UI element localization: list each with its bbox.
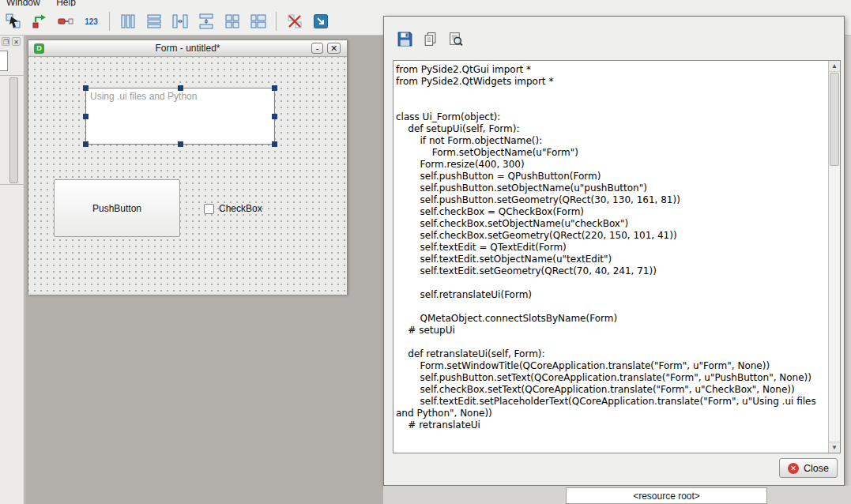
close-window-button[interactable]: ✕: [327, 43, 341, 54]
panel-divider: [0, 184, 24, 185]
code-view[interactable]: from PySide2.QtGui import * from PySide2…: [393, 60, 841, 453]
close-button[interactable]: ✕ Close: [779, 458, 838, 478]
panel-scrollbar[interactable]: [9, 77, 18, 183]
minimize-button[interactable]: -: [311, 43, 323, 54]
resize-handle-top-right[interactable]: [272, 85, 277, 91]
layout-horizontal-splitter-icon[interactable]: [169, 11, 190, 32]
checkbox-widget[interactable]: CheckBox: [204, 203, 262, 214]
code-dialog-toolbar: [393, 28, 469, 50]
layout-form-icon[interactable]: [247, 11, 269, 32]
edit-mode-toolbar: 123: [0, 9, 333, 33]
resize-handle-bottom-left[interactable]: [83, 141, 88, 147]
layout-vertical-icon[interactable]: [143, 11, 164, 32]
save-icon[interactable]: [393, 28, 416, 50]
edit-buddies-icon[interactable]: [55, 11, 76, 32]
resize-handle-bottom-right[interactable]: [272, 141, 277, 147]
form-canvas[interactable]: Using .ui files and Python PushButton Ch…: [28, 57, 347, 295]
scrollbar-thumb[interactable]: [830, 73, 839, 166]
find-icon[interactable]: [444, 28, 466, 50]
view-code-dialog: from PySide2.QtGui import * from PySide2…: [383, 16, 845, 486]
menubar: Window Help: [0, 0, 395, 6]
layout-vertical-splitter-icon[interactable]: [195, 11, 217, 32]
toolbar-separator: [109, 12, 110, 31]
resize-handle-bottom[interactable]: [178, 141, 183, 147]
checkbox-label: CheckBox: [219, 203, 262, 214]
menu-help[interactable]: Help: [50, 0, 82, 6]
tab-order-label: 123: [85, 17, 98, 26]
textedit-placeholder: Using .ui files and Python: [90, 91, 197, 102]
generated-python-code[interactable]: from PySide2.QtGui import * from PySide2…: [393, 61, 827, 434]
panel-divider: [0, 75, 24, 76]
resize-handle-right[interactable]: [272, 114, 277, 119]
layout-horizontal-icon[interactable]: [117, 11, 138, 32]
widget-box-panel-edge: ❐ ✕: [0, 36, 24, 504]
close-button-label: Close: [804, 463, 829, 474]
textedit-widget[interactable]: Using .ui files and Python: [85, 88, 275, 145]
dock-close-icon[interactable]: ✕: [12, 37, 21, 46]
edit-signals-slots-icon[interactable]: [28, 11, 50, 32]
copy-icon[interactable]: [419, 28, 441, 50]
form-window-title: Form - untitled*: [28, 43, 347, 54]
pushbutton-label: PushButton: [92, 203, 141, 214]
form-window-titlebar[interactable]: D Form - untitled* - ✕: [28, 40, 347, 57]
resize-handle-left[interactable]: [83, 114, 88, 119]
resize-handle-top-left[interactable]: [83, 85, 88, 91]
pushbutton-widget[interactable]: PushButton: [54, 179, 180, 237]
resize-handle-top[interactable]: [178, 85, 183, 91]
designer-form-icon: D: [34, 43, 44, 54]
layout-grid-icon[interactable]: [221, 11, 243, 32]
toolbar-separator: [276, 12, 277, 31]
code-scrollbar[interactable]: ▲ ▼: [828, 61, 840, 453]
resource-root-item[interactable]: <resource root>: [566, 487, 767, 504]
close-x-icon: ✕: [788, 463, 799, 474]
widget-filter-input[interactable]: [0, 51, 8, 71]
checkbox-indicator[interactable]: [204, 204, 214, 214]
scroll-down-icon[interactable]: ▼: [829, 442, 840, 453]
scroll-up-icon[interactable]: ▲: [829, 61, 840, 72]
qt-designer-app: Window Help: [0, 0, 851, 504]
edit-tab-order-icon[interactable]: 123: [81, 11, 102, 32]
break-layout-icon[interactable]: [284, 11, 305, 32]
form-designer-window: D Form - untitled* - ✕ Using .ui files a…: [28, 39, 348, 295]
menu-window[interactable]: Window: [0, 0, 47, 6]
resource-browser-panel: <resource root>: [383, 486, 851, 504]
edit-widgets-icon[interactable]: [2, 11, 24, 32]
dock-float-icon[interactable]: ❐: [2, 37, 10, 46]
adjust-size-icon[interactable]: [310, 11, 331, 32]
